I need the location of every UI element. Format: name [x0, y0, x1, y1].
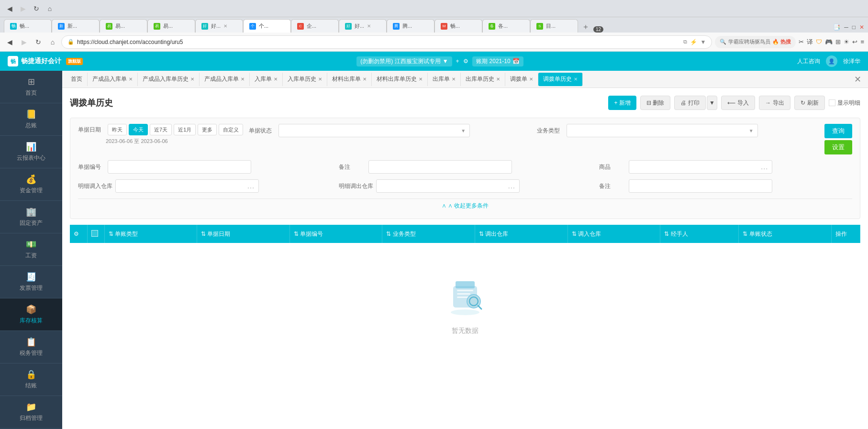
date-btn-7days[interactable]: 近7天	[150, 124, 172, 135]
period-selector[interactable]: 账期 2021-10 📅	[472, 56, 523, 66]
print-button[interactable]: 🖨 🖨 打印 打印	[674, 96, 706, 110]
remark-input[interactable]	[368, 160, 512, 174]
biztype-select[interactable]: ▼	[567, 124, 758, 137]
nav-back[interactable]: ◀	[4, 3, 15, 14]
page-tab-2-close[interactable]: ✕	[190, 77, 194, 82]
browser-minimize[interactable]: ─	[844, 24, 848, 31]
browser-tab-2[interactable]: 新 新...	[52, 19, 100, 33]
delete-button[interactable]: ⊟ 删除	[640, 96, 670, 110]
browser-tab-9[interactable]: 腾 腾...	[387, 19, 434, 33]
table-header-doc-no[interactable]: ⇅ 单据编号	[289, 225, 382, 243]
user-avatar[interactable]: 👤	[826, 55, 837, 67]
display-toggle[interactable]: 显示明细	[829, 99, 860, 107]
page-tab-11[interactable]: 调拨单历史 ✕	[538, 73, 583, 86]
date-btn-custom[interactable]: 自定义	[219, 124, 243, 135]
sidebar-item-tax[interactable]: 📋 税务管理	[0, 331, 62, 363]
page-tab-4-close[interactable]: ✕	[274, 77, 278, 82]
table-header-gear[interactable]: ⚙	[70, 225, 87, 243]
translate-icon[interactable]: 译	[807, 38, 813, 46]
display-checkbox[interactable]	[829, 99, 835, 106]
date-btn-yesterday[interactable]: 昨天	[108, 124, 127, 135]
table-header-in-warehouse[interactable]: ⇅ 调入仓库	[568, 225, 660, 243]
select-all-checkbox[interactable]	[91, 230, 98, 237]
sidebar-item-ledger[interactable]: 📒 总账	[0, 103, 62, 136]
browser-tab-11[interactable]: 各 各...	[482, 19, 530, 33]
reload-button[interactable]: ↻	[33, 36, 44, 48]
sidebar-item-home[interactable]: ⊞ 首页	[0, 71, 62, 103]
detail-out-selector[interactable]: …	[376, 179, 520, 193]
page-tab-9[interactable]: 出库单历史 ✕	[461, 73, 505, 86]
page-tab-1-close[interactable]: ✕	[129, 77, 133, 82]
browser-tab-6[interactable]: 个 个...	[243, 19, 291, 33]
sidebar-item-reports[interactable]: 📊 云报表中心	[0, 136, 62, 168]
undo-icon[interactable]: ↩	[852, 38, 857, 45]
theme-icon[interactable]: ☀	[844, 38, 849, 45]
home-button[interactable]: ⌂	[47, 36, 58, 48]
new-button[interactable]: + 新增	[608, 96, 636, 110]
forward-button[interactable]: ▶	[18, 36, 30, 48]
table-header-checkbox[interactable]	[87, 225, 104, 243]
page-tab-2[interactable]: 产成品入库单历史 ✕	[138, 73, 200, 86]
browser-tab-3[interactable]: 易 易...	[100, 19, 147, 33]
page-tab-10-close[interactable]: ✕	[529, 77, 533, 82]
page-tab-7[interactable]: 材料出库单历史 ✕	[372, 73, 428, 86]
page-tab-5[interactable]: 入库单历史 ✕	[283, 73, 327, 86]
nav-forward[interactable]: ▶	[17, 3, 29, 14]
sidebar-item-inventory[interactable]: 📦 库存核算	[0, 298, 62, 331]
remark2-input[interactable]	[629, 179, 772, 193]
extension-icon-1[interactable]: 🛡	[816, 38, 822, 45]
scissors-icon[interactable]: ✂	[799, 38, 804, 45]
table-header-doc-status[interactable]: ⇅ 单账状态	[739, 225, 832, 243]
back-button[interactable]: ◀	[4, 36, 15, 48]
browser-tab-4[interactable]: 易 易...	[147, 19, 195, 33]
sidebar-item-closing[interactable]: 🔒 结账	[0, 363, 62, 396]
browser-tab-10[interactable]: M 畅...	[434, 19, 482, 33]
table-header-doc-date[interactable]: ⇅ 单据日期	[197, 225, 290, 243]
import-button[interactable]: ⟵ 导入	[721, 96, 755, 110]
browser-close[interactable]: ✕	[859, 24, 864, 31]
add-icon[interactable]: +	[456, 58, 459, 65]
page-tab-10[interactable]: 调拨单 ✕	[505, 73, 538, 86]
export-button[interactable]: → 导出	[759, 96, 790, 110]
browser-tab-5[interactable]: 好 好... ✕	[195, 19, 243, 33]
table-header-handler[interactable]: ⇅ 经手人	[660, 225, 739, 243]
browser-tab-8[interactable]: 好 好... ✕	[339, 19, 387, 33]
page-tab-8[interactable]: 出库单 ✕	[428, 73, 461, 86]
page-tab-9-close[interactable]: ✕	[496, 77, 500, 82]
nav-home[interactable]: ⌂	[44, 3, 56, 14]
grid-icon[interactable]: ⊞	[835, 38, 841, 45]
page-tab-4[interactable]: 入库单 ✕	[250, 73, 283, 86]
filter-settings-button[interactable]: 设置	[824, 140, 852, 154]
docno-input[interactable]	[108, 160, 251, 174]
sidebar-item-archive[interactable]: 📁 归档管理	[0, 396, 62, 429]
browser-search-box[interactable]: 🔍 学霸应聘场驱鸟员 🔥 热搜	[715, 36, 796, 48]
page-tab-6[interactable]: 材料出库单 ✕	[327, 73, 372, 86]
browser-tab-5-close[interactable]: ✕	[223, 23, 227, 29]
address-bar[interactable]: 🔒 https://cloud.chanjet.com/accounting/u…	[61, 35, 712, 49]
refresh-button[interactable]: ↻ 刷新	[794, 96, 825, 110]
browser-maximize[interactable]: □	[852, 24, 856, 31]
browser-tab-12[interactable]: S 目...	[530, 19, 578, 33]
page-tab-1[interactable]: 产成品入库单 ✕	[88, 73, 138, 86]
extension-icon-2[interactable]: 🎮	[825, 38, 833, 45]
print-dropdown-button[interactable]: ▼	[707, 96, 717, 110]
browser-tab-8-close[interactable]: ✕	[367, 23, 371, 29]
settings-gear-icon[interactable]: ⚙	[463, 58, 468, 65]
page-tab-3[interactable]: 产成品入库单 ✕	[200, 73, 250, 86]
dropdown-icon[interactable]: ▼	[700, 39, 706, 45]
date-btn-today[interactable]: 今天	[129, 124, 148, 135]
close-all-tabs-button[interactable]: ✕	[851, 74, 864, 85]
table-header-out-warehouse[interactable]: ⇅ 调出仓库	[475, 225, 568, 243]
service-label[interactable]: 人工咨询	[797, 57, 820, 66]
sidebar-item-assets[interactable]: 🏢 固定资产	[0, 201, 62, 233]
table-header-doc-type[interactable]: ⇅ 单账类型	[104, 225, 197, 243]
date-btn-more[interactable]: 更多	[198, 124, 217, 135]
new-browser-tab-button[interactable]: ＋	[580, 21, 591, 33]
page-tab-home[interactable]: 首页	[66, 73, 88, 86]
sidebar-item-invoice[interactable]: 🧾 发票管理	[0, 266, 62, 298]
status-select[interactable]: ▼	[278, 124, 470, 137]
page-tab-3-close[interactable]: ✕	[241, 77, 245, 82]
browser-tab-7[interactable]: C 企...	[291, 19, 339, 33]
sidebar-item-salary[interactable]: 💵 工资	[0, 233, 62, 266]
browser-tab-1[interactable]: 畅 畅...	[4, 19, 52, 33]
